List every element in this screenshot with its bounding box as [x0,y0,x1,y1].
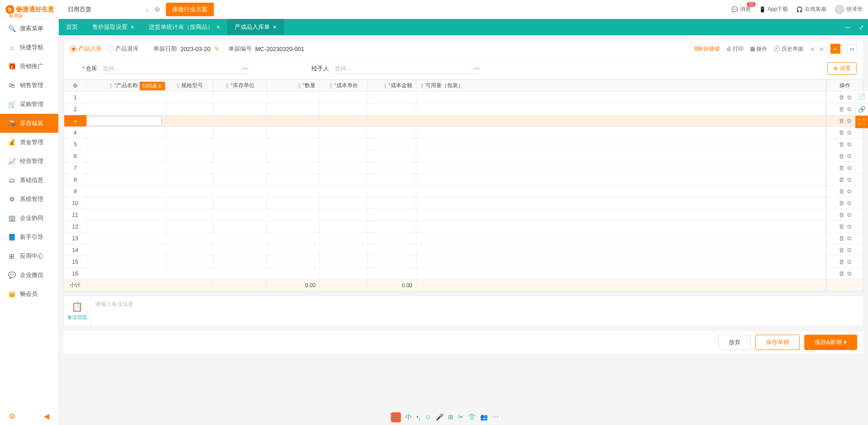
col-spec[interactable]: ▲▼规格型号 [166,80,213,92]
col-settings[interactable]: ⚙ [64,80,87,92]
sidebar-item-5[interactable]: 📦库存核算 [0,114,58,133]
warehouse-input[interactable] [101,63,245,74]
handler-lookup-icon[interactable]: ⋯ [474,65,480,72]
ime-item-0[interactable]: 中 [406,413,412,421]
float-link-button[interactable]: 🔗 [855,103,868,116]
operations-button[interactable]: ▦操作 [750,45,767,53]
delete-row-icon[interactable]: 🗑 [839,235,844,242]
copy-row-icon[interactable]: ⧉ [847,223,851,230]
handler-input[interactable] [333,63,477,74]
col-product-name[interactable]: ▲▼*产品名称ⓘ 扫码录入 [86,80,166,92]
table-row[interactable]: 5🗑⧉ [64,139,863,150]
table-row[interactable]: 16🗑⧉ [64,268,863,280]
table-row[interactable]: 2🗑⧉ [64,103,863,115]
copy-row-icon[interactable]: ⧉ [847,94,851,101]
ime-item-6[interactable]: 👕 [468,413,476,421]
delete-row-icon[interactable]: 🗑 [839,211,844,218]
print-button[interactable]: 🖨打印 [726,45,744,53]
user-menu[interactable]: 徐泽华 [835,5,863,14]
delete-row-icon[interactable]: 🗑 [839,141,844,148]
copy-row-icon[interactable]: ⧉ [847,270,851,277]
col-unit[interactable]: ▲▼*库存单位 [213,80,266,92]
tab-1[interactable]: 售价提取设置✕ [85,19,142,35]
table-row[interactable]: 11🗑⧉ [64,209,863,221]
remark-input[interactable] [91,296,863,326]
table-row[interactable]: 8🗑⧉ [64,174,863,186]
sidebar-item-3[interactable]: 🛍销售管理 [0,76,58,95]
delete-row-icon[interactable]: 🗑 [839,247,844,253]
delete-row-icon[interactable]: 🗑 [839,200,844,206]
col-price[interactable]: ▲▼*成本单价 [320,80,368,92]
table-row[interactable]: 7🗑⧉ [64,162,863,174]
table-row[interactable]: 4🗑⧉ [64,127,863,139]
discard-button[interactable]: 放弃 [718,335,751,350]
copy-row-icon[interactable]: ⧉ [847,258,851,265]
sidebar-item-0[interactable]: 🔍搜索菜单 [0,19,58,38]
app-download-button[interactable]: 📱 App下载 [759,5,788,13]
view-card-button[interactable]: ▭ [847,44,857,54]
ime-item-1[interactable]: •, [416,413,420,421]
copy-row-icon[interactable]: ⧉ [847,188,851,195]
table-row[interactable]: 15🗑⧉ [64,256,863,268]
add-row-icon[interactable]: + [71,117,79,125]
warehouse-lookup-icon[interactable]: ⋯ [242,65,248,72]
settings-button[interactable]: ⚙ 设置 [827,62,857,75]
col-amount[interactable]: ▲▼*成本金额 [368,80,416,92]
copy-row-icon[interactable]: ⧉ [847,129,851,136]
shortcut-button[interactable]: ⌨快捷键 [694,45,720,53]
sidebar-item-6[interactable]: 💰资金管理 [0,133,58,152]
table-row[interactable]: 6🗑⧉ [64,150,863,162]
col-available[interactable]: ▲▼可用量（包装） [416,80,826,92]
close-icon[interactable]: ✕ [216,24,220,30]
ime-item-7[interactable]: 👥 [480,413,488,421]
gear-icon[interactable]: ⚙ [155,6,160,13]
table-row[interactable]: 12🗑⧉ [64,221,863,233]
ime-item-2[interactable]: ☺ [425,413,431,421]
copy-row-icon[interactable]: ⧉ [847,235,851,242]
delete-row-icon[interactable]: 🗑 [839,106,844,112]
delete-row-icon[interactable]: 🗑 [839,117,844,124]
save-draft-button[interactable]: 保存草稿 [755,335,800,350]
delete-row-icon[interactable]: 🗑 [839,129,844,136]
sidebar-settings-icon[interactable]: ⚙ [9,412,15,420]
tabs-expand-button[interactable]: ⤢ [854,19,868,35]
scan-input-button[interactable]: 扫码录入 [140,82,165,90]
copy-row-icon[interactable]: ⧉ [847,247,851,253]
float-help-button[interactable]: 📄 [855,90,868,103]
copy-row-icon[interactable]: ⧉ [847,106,851,112]
copy-row-icon[interactable]: ⧉ [847,153,851,159]
table-row[interactable]: 1🗑⧉ [64,92,863,103]
remark-tab[interactable]: 📋 备注信息 [64,296,91,326]
copy-row-icon[interactable]: ⧉ [847,117,851,124]
sidebar-item-4[interactable]: 🛒采购管理 [0,95,58,114]
ime-item-8[interactable]: ⋯ [492,413,499,421]
sidebar-item-8[interactable]: 🗂基础信息 [0,171,58,190]
sidebar-item-7[interactable]: 📈经营管理 [0,152,58,171]
col-qty[interactable]: ▲▼*数量 [266,80,319,92]
messages-button[interactable]: 💬 消息 70 [731,5,751,13]
sidebar-collapse-icon[interactable]: ◀ [44,412,49,420]
delete-row-icon[interactable]: 🗑 [839,188,844,195]
delete-row-icon[interactable]: 🗑 [839,270,844,277]
sidebar-item-9[interactable]: ⚙系统管理 [0,190,58,209]
copy-row-icon[interactable]: ⧉ [847,141,851,148]
table-row[interactable]: 13🗑⧉ [64,233,863,244]
sidebar-item-10[interactable]: 🏢企业协同 [0,209,58,228]
tab-3[interactable]: 产成品入库单✕ [227,19,284,35]
history-button[interactable]: 🕘历史单据 [774,45,803,53]
copy-row-icon[interactable]: ⧉ [847,176,851,183]
tab-0[interactable]: 首页 [59,19,85,35]
tab-2[interactable]: 进货单统计表（按商品）✕ [142,19,227,35]
radio-product-out[interactable]: 产品退库 [107,45,139,53]
delete-row-icon[interactable]: 🗑 [839,223,844,230]
sidebar-item-13[interactable]: 💬企业微信 [0,266,58,285]
float-fullscreen-button[interactable]: ⛶ [855,116,868,128]
table-row[interactable]: 14🗑⧉ [64,244,863,256]
edit-icon[interactable]: ✎ [214,46,219,52]
ime-item-4[interactable]: ⊞ [448,413,453,421]
view-list-button[interactable]: ≡ [830,44,840,54]
tabs-minimize-button[interactable]: ― [841,19,854,35]
copy-row-icon[interactable]: ⧉ [847,200,851,206]
close-icon[interactable]: ✕ [273,24,277,30]
delete-row-icon[interactable]: 🗑 [839,164,844,171]
